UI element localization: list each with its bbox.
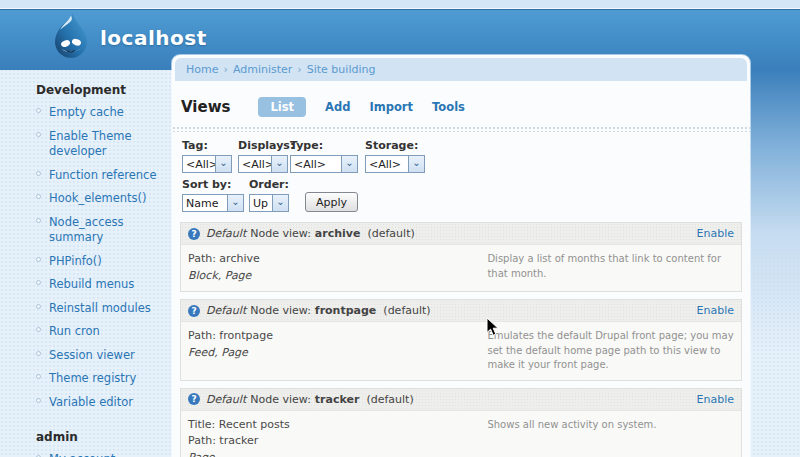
enable-link[interactable]: Enable: [697, 227, 734, 240]
top-strip: [0, 0, 800, 9]
filter-storage-label: Storage:: [365, 139, 425, 152]
view-kind-label: Node view:: [250, 227, 311, 240]
displays-select[interactable]: <All>⌄: [238, 155, 288, 173]
sidebar: Development Empty cache Enable Theme dev…: [0, 69, 172, 457]
sidebar-item-phpinfo[interactable]: PHPinfo(): [36, 254, 158, 270]
view-title: Title: Recent posts: [188, 417, 487, 434]
view-displays: Feed, Page: [188, 345, 487, 362]
tag-select[interactable]: <All>⌄: [182, 155, 232, 173]
type-select[interactable]: <All>⌄: [290, 155, 358, 173]
sidebar-item-run-cron[interactable]: Run cron: [36, 324, 158, 340]
sidebar-section-development: Development Empty cache Enable Theme dev…: [36, 83, 172, 410]
view-kind-label: Node view:: [250, 304, 311, 317]
view-type-label: Default: [206, 304, 246, 317]
sidebar-item-enable-theme-developer[interactable]: Enable Theme developer: [36, 129, 158, 160]
view-row-frontpage: ? Default Node view: frontpage (default)…: [180, 299, 742, 381]
view-type-label: Default: [206, 227, 246, 240]
breadcrumb-link-home[interactable]: Home: [186, 63, 218, 76]
circle-bullet-icon: [36, 398, 41, 403]
background-gradient: [748, 69, 800, 369]
view-details: Title: Recent posts Path: tracker Page: [188, 417, 487, 457]
chevron-down-icon: ⌄: [227, 195, 243, 211]
filter-type-label: Type:: [290, 139, 358, 152]
filter-sort-by-label: Sort by:: [182, 178, 244, 191]
circle-bullet-icon: [36, 374, 41, 379]
views-filters: Tag: <All>⌄ Displays: <All>⌄ Type: <All>…: [182, 139, 742, 212]
view-path: Path: tracker: [188, 433, 487, 450]
dotted-separator: [172, 126, 750, 132]
order-select[interactable]: Up⌄: [249, 194, 289, 212]
view-row-header: ? Default Node view: frontpage (default)…: [181, 300, 741, 322]
enable-link[interactable]: Enable: [697, 393, 734, 406]
sidebar-item-variable-editor[interactable]: Variable editor: [36, 395, 158, 411]
chevron-down-icon: ⌄: [271, 156, 287, 172]
circle-bullet-icon: [36, 257, 41, 262]
sidebar-item-session-viewer[interactable]: Session viewer: [36, 348, 158, 364]
sidebar-section-title: Development: [36, 83, 172, 97]
view-name: frontpage: [315, 304, 377, 317]
filter-sort-by: Sort by: Name⌄: [182, 178, 244, 212]
site-name[interactable]: localhost: [100, 26, 207, 50]
tab-tools[interactable]: Tools: [432, 100, 465, 114]
breadcrumb-link-administer[interactable]: Administer: [233, 63, 292, 76]
filter-order-label: Order:: [249, 178, 289, 191]
view-displays: Page: [188, 450, 487, 457]
view-row-header: ? Default Node view: archive (default) E…: [181, 223, 741, 245]
view-type-label: Default: [206, 393, 246, 406]
storage-select[interactable]: <All>⌄: [365, 155, 425, 173]
view-name: archive: [315, 227, 361, 240]
sidebar-item-hook-elements[interactable]: Hook_elements(): [36, 191, 158, 207]
chevron-down-icon: ⌄: [341, 156, 357, 172]
sidebar-item-empty-cache[interactable]: Empty cache: [36, 105, 158, 121]
filter-tag: Tag: <All>⌄: [182, 139, 232, 173]
view-kind-label: Node view:: [250, 393, 311, 406]
chevron-down-icon: ⌄: [408, 156, 424, 172]
filter-tag-label: Tag:: [182, 139, 232, 152]
apply-button[interactable]: Apply: [305, 192, 358, 212]
tab-add[interactable]: Add: [325, 100, 350, 114]
breadcrumb-link-site-building[interactable]: Site building: [307, 63, 376, 76]
help-icon[interactable]: ?: [188, 228, 200, 240]
view-path: Path: archive: [188, 251, 487, 268]
tab-list[interactable]: List: [258, 97, 306, 117]
sidebar-item-theme-registry[interactable]: Theme registry: [36, 371, 158, 387]
filter-type: Type: <All>⌄: [290, 139, 358, 173]
chevron-down-icon: ⌄: [215, 156, 231, 172]
circle-bullet-icon: [36, 218, 41, 223]
view-description: Shows all new activity on system.: [487, 417, 734, 457]
sidebar-item-function-reference[interactable]: Function reference: [36, 168, 158, 184]
view-path: Path: frontpage: [188, 328, 487, 345]
mouse-cursor: [486, 317, 499, 337]
breadcrumb: Home›Administer›Site building: [175, 58, 747, 81]
circle-bullet-icon: [36, 280, 41, 285]
help-icon[interactable]: ?: [188, 305, 200, 317]
view-name: tracker: [315, 393, 360, 406]
sidebar-item-node-access-summary[interactable]: Node_access summary: [36, 215, 158, 246]
view-description: Display a list of months that link to co…: [487, 251, 734, 284]
tab-import[interactable]: Import: [369, 100, 413, 114]
view-displays: Block, Page: [188, 268, 487, 285]
circle-bullet-icon: [36, 327, 41, 332]
content-panel: Home›Administer›Site building Views List…: [172, 55, 750, 457]
sidebar-item-rebuild-menus[interactable]: Rebuild menus: [36, 277, 158, 293]
page-title: Views: [181, 98, 230, 116]
circle-bullet-icon: [36, 351, 41, 356]
sort-by-select[interactable]: Name⌄: [182, 194, 244, 212]
filter-order: Order: Up⌄: [249, 178, 289, 212]
circle-bullet-icon: [36, 171, 41, 176]
filter-displays: Displays: <All>⌄: [238, 139, 288, 173]
sidebar-section-title: admin: [36, 430, 172, 444]
filter-storage: Storage: <All>⌄: [365, 139, 425, 173]
circle-bullet-icon: [36, 108, 41, 113]
sidebar-item-reinstall-modules[interactable]: Reinstall modules: [36, 301, 158, 317]
view-row-header: ? Default Node view: tracker (default) E…: [181, 389, 741, 411]
help-icon[interactable]: ?: [188, 393, 200, 405]
view-suffix: (default): [383, 304, 430, 317]
enable-link[interactable]: Enable: [697, 304, 734, 317]
view-details: Path: frontpage Feed, Page: [188, 328, 487, 373]
circle-bullet-icon: [36, 304, 41, 309]
sidebar-item-my-account[interactable]: My account: [36, 452, 158, 457]
breadcrumb-separator: ›: [223, 63, 227, 76]
view-row-tracker: ? Default Node view: tracker (default) E…: [180, 388, 742, 457]
chevron-down-icon: ⌄: [272, 195, 288, 211]
